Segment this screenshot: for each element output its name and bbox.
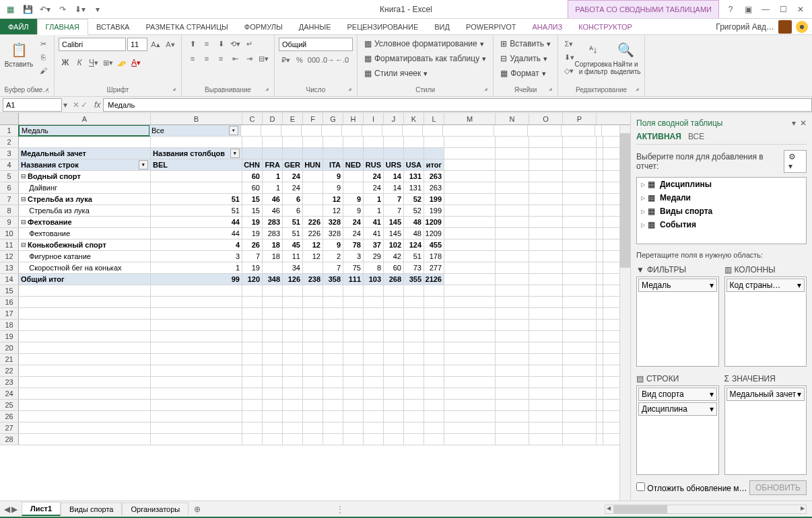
cell[interactable] <box>263 262 283 273</box>
cell[interactable] <box>283 308 303 319</box>
zone-item[interactable]: Код страны…▾ <box>726 279 805 292</box>
cell[interactable] <box>263 365 283 376</box>
cell[interactable] <box>563 354 597 365</box>
row-header[interactable]: 6 <box>0 182 19 193</box>
cell[interactable] <box>323 331 343 342</box>
row-header[interactable]: 28 <box>0 434 19 445</box>
cell[interactable] <box>343 434 364 445</box>
cell[interactable] <box>529 388 563 399</box>
pane-tab-active[interactable]: АКТИВНАЯ <box>636 132 681 141</box>
cell[interactable] <box>263 400 283 410</box>
cell[interactable] <box>529 411 563 422</box>
cell[interactable] <box>404 137 424 147</box>
cell[interactable] <box>563 171 597 182</box>
cell[interactable] <box>444 251 496 262</box>
cell[interactable]: 7 <box>384 205 404 216</box>
cell[interactable] <box>444 148 496 159</box>
accept-formula-icon[interactable]: ✓ <box>81 100 88 110</box>
pane-tab-all[interactable]: ВСЕ <box>688 132 704 141</box>
cell[interactable] <box>496 308 529 319</box>
cell[interactable] <box>242 297 263 307</box>
cell[interactable] <box>303 308 323 319</box>
cell[interactable] <box>529 331 563 342</box>
cell[interactable] <box>384 434 404 445</box>
cell[interactable] <box>444 285 496 296</box>
cell[interactable] <box>242 320 263 330</box>
cell[interactable] <box>496 297 529 307</box>
cell[interactable]: 44 <box>151 228 242 239</box>
cell[interactable]: 51 <box>404 251 424 262</box>
cell[interactable] <box>323 285 343 296</box>
increase-indent-icon[interactable]: ⇥ <box>242 52 256 65</box>
cell[interactable] <box>343 171 364 182</box>
sheet-tab[interactable]: Виды спорта <box>61 503 122 515</box>
cell[interactable]: 6 <box>283 194 303 205</box>
cell[interactable] <box>151 320 242 330</box>
merge-button[interactable]: ⊟▾ <box>257 52 270 65</box>
fx-icon[interactable]: fx <box>92 100 103 110</box>
cell[interactable]: 3 <box>151 251 242 262</box>
cell[interactable] <box>529 137 563 147</box>
sheet-tab[interactable]: Организаторы <box>122 503 189 515</box>
cell[interactable] <box>597 297 603 307</box>
cancel-formula-icon[interactable]: ✕ <box>73 100 79 110</box>
cell[interactable]: 126 <box>283 274 303 285</box>
cell[interactable]: Общий итог <box>424 159 444 170</box>
cell[interactable] <box>496 331 529 342</box>
cell[interactable]: 103 <box>364 274 384 285</box>
cell[interactable] <box>496 411 529 422</box>
cell[interactable]: 26 <box>242 239 263 250</box>
cell[interactable]: 41 <box>364 217 384 227</box>
cell[interactable]: 78 <box>343 239 364 250</box>
cell[interactable] <box>597 194 603 205</box>
cell[interactable] <box>343 137 364 147</box>
cell[interactable] <box>384 331 404 342</box>
cell[interactable] <box>404 320 424 330</box>
cell[interactable] <box>529 251 563 262</box>
cell[interactable] <box>303 285 323 296</box>
bold-button[interactable]: Ж <box>59 57 72 69</box>
zone-item[interactable]: Дисциплина▾ <box>638 402 717 416</box>
cell[interactable] <box>384 422 404 433</box>
cell[interactable] <box>303 411 323 422</box>
cell[interactable] <box>444 354 496 365</box>
cell[interactable]: 4 <box>151 239 242 250</box>
cell[interactable] <box>263 137 283 147</box>
cell[interactable] <box>343 320 364 330</box>
cell[interactable] <box>563 137 597 147</box>
cell[interactable] <box>342 125 362 136</box>
cell[interactable] <box>263 434 283 445</box>
cell[interactable]: 2126 <box>424 274 444 285</box>
row-header[interactable]: 2 <box>0 137 19 147</box>
row-header[interactable]: 1 <box>0 125 19 136</box>
cell[interactable] <box>529 239 563 250</box>
cell[interactable]: NED <box>343 159 364 170</box>
cell[interactable]: 73 <box>404 262 424 273</box>
cell[interactable] <box>529 148 563 159</box>
cell[interactable] <box>496 422 529 433</box>
column-header[interactable]: J <box>384 113 404 124</box>
cell[interactable] <box>303 365 323 376</box>
cell[interactable] <box>323 137 343 147</box>
tab-insert[interactable]: ВСТАВКА <box>88 19 137 34</box>
align-center-icon[interactable]: ≡ <box>200 52 213 65</box>
cell[interactable]: 355 <box>404 274 424 285</box>
cell[interactable]: 99 <box>151 274 242 285</box>
pane-close-icon[interactable]: ✕ <box>800 118 807 128</box>
cell[interactable] <box>19 331 151 342</box>
cell[interactable]: RUS <box>364 159 384 170</box>
align-left-icon[interactable]: ≡ <box>186 52 199 65</box>
cell[interactable] <box>323 342 343 353</box>
cell[interactable] <box>404 400 424 410</box>
cell[interactable] <box>19 400 151 410</box>
cell[interactable] <box>444 308 496 319</box>
cell[interactable] <box>563 365 597 376</box>
cell[interactable] <box>404 297 424 307</box>
cell[interactable] <box>323 388 343 399</box>
cell[interactable]: 51 <box>283 217 303 227</box>
cell[interactable] <box>343 331 364 342</box>
cell[interactable]: 1209 <box>424 217 444 227</box>
cell[interactable] <box>364 148 384 159</box>
cell[interactable] <box>384 365 404 376</box>
cell[interactable] <box>283 354 303 365</box>
